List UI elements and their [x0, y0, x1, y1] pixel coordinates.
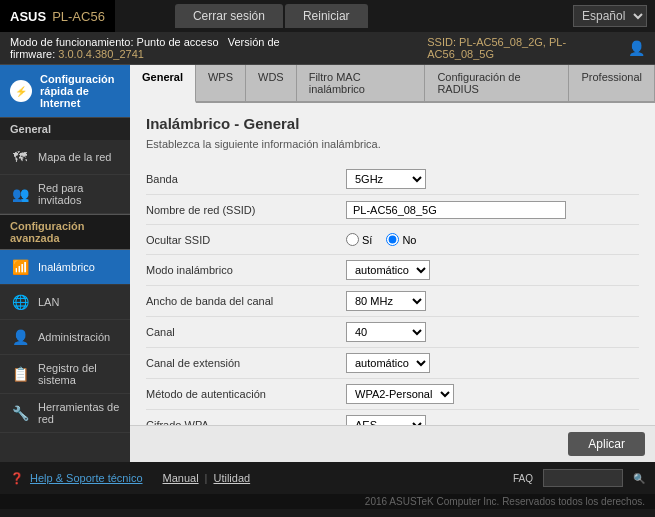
language-dropdown[interactable]: Español — [573, 5, 647, 27]
tab-mac-filter[interactable]: Filtro MAC inalámbrico — [297, 65, 426, 101]
top-bar: ASUS PL-AC56 Cerrar sesión Reiniciar Esp… — [0, 0, 655, 32]
sidebar-general-section: General — [0, 117, 130, 140]
sub-header: Modo de funcionamiento: Punto de acceso … — [0, 32, 655, 65]
radio-si[interactable]: Sí — [346, 233, 372, 246]
control-bandwidth: 80 MHz 40 MHz 20 MHz — [346, 291, 639, 311]
field-channel: Canal 40 Auto — [146, 317, 639, 348]
logo-model: PL-AC56 — [52, 9, 105, 24]
select-channel[interactable]: 40 Auto — [346, 322, 426, 342]
tab-professional[interactable]: Professional — [569, 65, 655, 101]
field-wireless-mode: Modo inalámbrico automático — [146, 255, 639, 286]
network-map-label: Mapa de la red — [38, 151, 111, 163]
tab-general[interactable]: General — [130, 65, 196, 103]
language-selector[interactable]: Español — [573, 5, 647, 27]
main-layout: ⚡ Configuración rápida de Internet Gener… — [0, 65, 655, 462]
apply-row: Aplicar — [130, 425, 655, 462]
select-auth-method[interactable]: WPA2-Personal Open System — [346, 384, 454, 404]
sidebar-item-wireless[interactable]: 📶 Inalámbrico — [0, 250, 130, 285]
sidebar-item-internet[interactable]: ⚡ Configuración rápida de Internet — [0, 65, 130, 117]
lan-icon: 🌐 — [10, 292, 30, 312]
field-ssid: Nombre de red (SSID) — [146, 195, 639, 225]
content-area: General WPS WDS Filtro MAC inalámbrico C… — [130, 65, 655, 462]
field-banda: Banda 5GHz 2.4GHz — [146, 164, 639, 195]
label-ssid: Nombre de red (SSID) — [146, 204, 346, 216]
control-channel: 40 Auto — [346, 322, 639, 342]
tools-label: Herramientas de red — [38, 401, 120, 425]
guest-network-label: Red para invitados — [38, 182, 120, 206]
field-bandwidth: Ancho de banda del canal 80 MHz 40 MHz 2… — [146, 286, 639, 317]
internet-icon: ⚡ — [10, 80, 32, 102]
tools-icon: 🔧 — [10, 403, 30, 423]
manual-link[interactable]: Manual — [163, 472, 199, 484]
ssid-info: SSID: PL-AC56_08_2G, PL-AC56_08_5G — [427, 36, 628, 60]
control-banda: 5GHz 2.4GHz — [346, 169, 639, 189]
input-ssid[interactable] — [346, 201, 566, 219]
close-session-button[interactable]: Cerrar sesión — [175, 4, 283, 28]
radio-no-input[interactable] — [386, 233, 399, 246]
admin-label: Administración — [38, 331, 110, 343]
control-hide-ssid: Sí No — [346, 233, 639, 246]
utility-link[interactable]: Utilidad — [213, 472, 250, 484]
radio-no[interactable]: No — [386, 233, 416, 246]
label-auth-method: Método de autenticación — [146, 388, 346, 400]
field-hide-ssid: Ocultar SSID Sí No — [146, 225, 639, 255]
page-content: Inalámbrico - General Establezca la sigu… — [130, 103, 655, 425]
tab-wds[interactable]: WDS — [246, 65, 297, 101]
copyright-text: 2016 ASUSTeK Computer Inc. Reservados to… — [365, 496, 645, 507]
wireless-icon: 📶 — [10, 257, 30, 277]
tab-wps[interactable]: WPS — [196, 65, 246, 101]
log-label: Registro del sistema — [38, 362, 120, 386]
control-wireless-mode: automático — [346, 260, 639, 280]
sidebar: ⚡ Configuración rápida de Internet Gener… — [0, 65, 130, 462]
log-icon: 📋 — [10, 364, 30, 384]
top-buttons: Cerrar sesión Reiniciar — [175, 4, 370, 28]
footer-search-icon[interactable]: 🔍 — [633, 473, 645, 484]
select-banda[interactable]: 5GHz 2.4GHz — [346, 169, 426, 189]
lan-label: LAN — [38, 296, 59, 308]
label-banda: Banda — [146, 173, 346, 185]
faq-label[interactable]: FAQ — [513, 473, 533, 484]
radio-si-input[interactable] — [346, 233, 359, 246]
sidebar-item-lan[interactable]: 🌐 LAN — [0, 285, 130, 320]
restart-button[interactable]: Reiniciar — [285, 4, 368, 28]
help-label[interactable]: Help & Soporte técnico — [30, 472, 143, 484]
label-wireless-mode: Modo inalámbrico — [146, 264, 346, 276]
footer-right: FAQ 🔍 — [513, 469, 645, 487]
radio-hide-ssid: Sí No — [346, 233, 639, 246]
sidebar-advanced-section: Configuración avanzada — [0, 214, 130, 250]
tab-radius[interactable]: Configuración de RADIUS — [425, 65, 569, 101]
sidebar-item-guest-network[interactable]: 👥 Red para invitados — [0, 175, 130, 214]
label-channel: Canal — [146, 326, 346, 338]
help-icon: ❓ — [10, 472, 24, 485]
footer-help: ❓ Help & Soporte técnico — [10, 472, 143, 485]
label-extension-channel: Canal de extensión — [146, 357, 346, 369]
select-extension-channel[interactable]: automático — [346, 353, 430, 373]
copyright-bar: 2016 ASUSTeK Computer Inc. Reservados to… — [0, 494, 655, 509]
wireless-label: Inalámbrico — [38, 261, 95, 273]
sidebar-item-network-tools[interactable]: 🔧 Herramientas de red — [0, 394, 130, 433]
tabs-bar: General WPS WDS Filtro MAC inalámbrico C… — [130, 65, 655, 103]
field-auth-method: Método de autenticación WPA2-Personal Op… — [146, 379, 639, 410]
footer-center: Manual | Utilidad — [163, 472, 251, 484]
label-hide-ssid: Ocultar SSID — [146, 234, 346, 246]
mode-label: Modo de funcionamiento: Punto de acceso … — [10, 36, 407, 60]
page-subtitle: Establezca la siguiente información inal… — [146, 138, 639, 150]
control-auth-method: WPA2-Personal Open System — [346, 384, 639, 404]
sidebar-item-administration[interactable]: 👤 Administración — [0, 320, 130, 355]
select-bandwidth[interactable]: 80 MHz 40 MHz 20 MHz — [346, 291, 426, 311]
control-extension-channel: automático — [346, 353, 639, 373]
sidebar-item-system-log[interactable]: 📋 Registro del sistema — [0, 355, 130, 394]
logo: ASUS PL-AC56 — [0, 0, 115, 32]
network-map-icon: 🗺 — [10, 147, 30, 167]
select-wireless-mode[interactable]: automático — [346, 260, 430, 280]
field-wpa-encryption: Cifrado WPA AES TKIP — [146, 410, 639, 425]
sidebar-item-network-map[interactable]: 🗺 Mapa de la red — [0, 140, 130, 175]
footer-search-input[interactable] — [543, 469, 623, 487]
field-extension-channel: Canal de extensión automático — [146, 348, 639, 379]
admin-icon: 👤 — [10, 327, 30, 347]
apply-button[interactable]: Aplicar — [568, 432, 645, 456]
select-wpa-encryption[interactable]: AES TKIP — [346, 415, 426, 425]
control-ssid — [346, 201, 639, 219]
guest-network-icon: 👥 — [10, 184, 30, 204]
internet-label: Configuración rápida de Internet — [40, 73, 120, 109]
